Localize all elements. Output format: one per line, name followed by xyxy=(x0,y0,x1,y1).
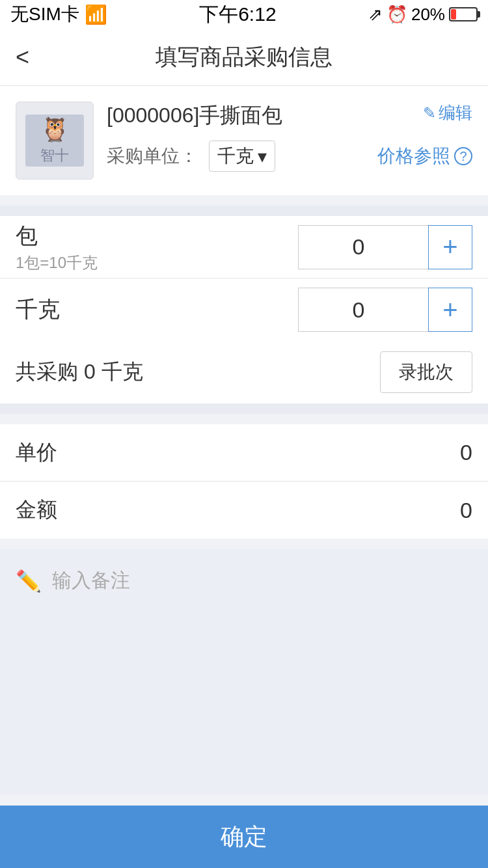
price-ref-button[interactable]: 价格参照 ? xyxy=(377,144,472,169)
product-card: 🦉 智十 [0000006]手撕面包 ✎ 编辑 采购单位： 千克 ▾ 价格参照 xyxy=(0,86,488,195)
kg-input-row: 千克 + xyxy=(0,278,488,341)
status-time: 下午6:12 xyxy=(199,1,276,28)
battery-icon xyxy=(449,7,478,21)
unit-label: 采购单位： xyxy=(107,146,198,166)
kg-input-right: + xyxy=(298,288,472,332)
alarm-icon: ⏰ xyxy=(386,5,407,25)
input-section: 包 1包=10千克 + 千克 + xyxy=(0,216,488,341)
unit-area: 采购单位： 千克 ▾ xyxy=(107,141,275,172)
amount-value: 0 xyxy=(460,498,472,523)
product-logo-icon: 🦉 xyxy=(40,116,70,143)
carrier-label: 无SIM卡 xyxy=(10,2,79,27)
bag-input-right: + xyxy=(298,225,472,269)
bag-quantity-input[interactable] xyxy=(298,225,428,269)
chevron-down-icon: ▾ xyxy=(258,146,267,167)
edit-button[interactable]: ✎ 编辑 xyxy=(423,102,472,124)
summary-quantity: 0 xyxy=(84,360,96,383)
unit-price-label: 单价 xyxy=(16,439,57,467)
price-ref-label: 价格参照 xyxy=(377,144,450,169)
product-name-row: [0000006]手撕面包 ✎ 编辑 xyxy=(107,102,472,130)
edit-label: 编辑 xyxy=(439,102,472,124)
back-button[interactable]: < xyxy=(16,44,29,71)
price-section: 单价 0 金额 0 xyxy=(0,424,488,539)
bag-sub-label: 1包=10千克 xyxy=(16,252,120,273)
divider-1 xyxy=(0,206,488,216)
unit-price-value: 0 xyxy=(460,440,472,465)
summary-text: 共采购 0 千克 xyxy=(16,358,143,387)
remark-section[interactable]: ✏️ 输入备注 xyxy=(0,549,488,612)
kg-quantity-input[interactable] xyxy=(298,288,428,332)
summary-row: 共采购 0 千克 录批次 xyxy=(0,341,488,403)
amount-label: 金额 xyxy=(16,496,57,524)
pencil-icon: ✏️ xyxy=(16,569,42,593)
bag-label: 包 xyxy=(16,221,120,251)
status-left: 无SIM卡 📶 xyxy=(10,2,107,27)
remark-placeholder: 输入备注 xyxy=(52,567,130,594)
location-icon: ⇗ xyxy=(368,5,383,25)
bag-label-area: 包 1包=10千克 xyxy=(16,221,120,273)
info-icon: ? xyxy=(454,147,472,165)
confirm-button[interactable]: 确定 xyxy=(0,806,488,868)
product-logo-text: 智十 xyxy=(40,146,69,165)
summary-unit: 千克 xyxy=(102,360,143,383)
product-image: 🦉 智十 xyxy=(16,102,94,180)
status-right: ⇗ ⏰ 20% xyxy=(368,5,478,25)
kg-label: 千克 xyxy=(16,295,120,325)
summary-prefix: 共采购 xyxy=(16,360,78,383)
divider-2 xyxy=(0,403,488,414)
amount-row: 金额 0 xyxy=(0,481,488,539)
unit-price-row: 单价 0 xyxy=(0,424,488,481)
unit-select[interactable]: 千克 ▾ xyxy=(209,141,275,172)
nav-bar: < 填写商品采购信息 xyxy=(0,29,488,86)
product-info: [0000006]手撕面包 ✎ 编辑 采购单位： 千克 ▾ 价格参照 ? xyxy=(107,102,472,172)
status-bar: 无SIM卡 📶 下午6:12 ⇗ ⏰ 20% xyxy=(0,0,488,29)
kg-plus-button[interactable]: + xyxy=(428,288,472,332)
bag-input-row: 包 1包=10千克 + xyxy=(0,216,488,278)
bag-plus-button[interactable]: + xyxy=(428,225,472,269)
batch-button[interactable]: 录批次 xyxy=(380,351,472,393)
wifi-icon: 📶 xyxy=(85,4,107,25)
empty-area xyxy=(0,612,488,794)
edit-icon: ✎ xyxy=(423,104,436,122)
unit-value: 千克 xyxy=(217,144,254,169)
kg-label-area: 千克 xyxy=(16,295,120,325)
page-title: 填写商品采购信息 xyxy=(156,42,332,72)
product-name: [0000006]手撕面包 xyxy=(107,102,282,130)
battery-percent: 20% xyxy=(411,5,445,25)
product-unit-row: 采购单位： 千克 ▾ 价格参照 ? xyxy=(107,141,472,172)
